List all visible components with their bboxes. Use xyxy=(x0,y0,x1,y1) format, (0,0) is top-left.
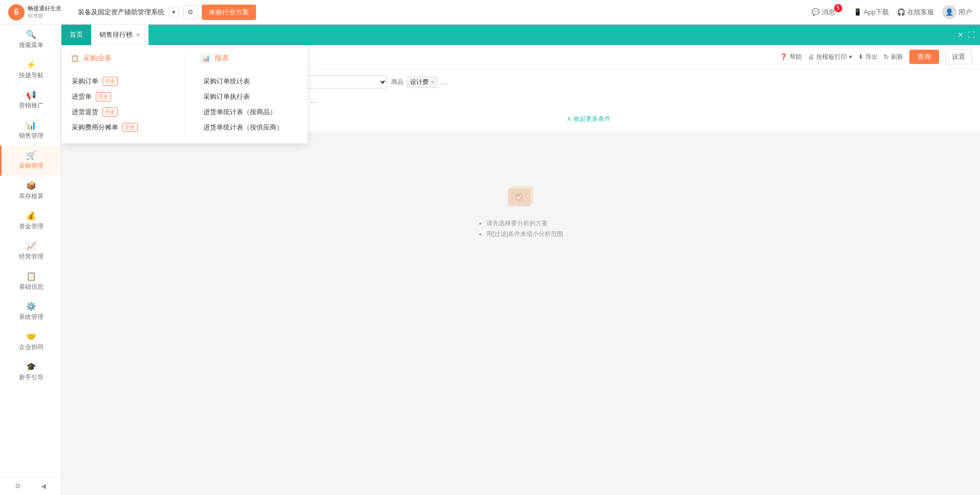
menu-item-return[interactable]: 进货退货 历史 xyxy=(70,104,168,120)
online-service-btn[interactable]: 🎧 在线客服 xyxy=(897,8,934,17)
purchase-section: 📋 采购业务 采购订单 历史 进货单 历史 进货退货 历史 采购费用分摊单 历史 xyxy=(70,53,168,135)
sidebar: 🔍 搜索菜单 ⚡ 快捷导航 📢 营销推广 📊 销售管理 🛒 采购管理 📦 库存核… xyxy=(0,25,61,495)
logo-sub: 标准版 xyxy=(28,12,61,19)
history-badge-3: 历史 xyxy=(102,107,118,117)
tab-fullscreen-icon[interactable]: ⛶ xyxy=(968,31,975,39)
menu-item-purchase-order[interactable]: 采购订单 历史 xyxy=(70,74,168,89)
marketing-icon: 📢 xyxy=(26,90,36,100)
collapse-btn[interactable]: ∧ 收起更多条件 xyxy=(567,115,610,123)
export-btn[interactable]: ⬇ 导出 xyxy=(858,53,878,61)
tab-home[interactable]: 首页 xyxy=(61,25,91,45)
tab-home-label: 首页 xyxy=(70,30,83,39)
settings-btn-page[interactable]: 设置 xyxy=(945,49,972,64)
user-btn[interactable]: 👤 用户 xyxy=(942,5,972,19)
collapse-up-icon: ∧ xyxy=(567,115,571,122)
export-icon: ⬇ xyxy=(858,53,863,60)
search-icon: 🔍 xyxy=(26,30,36,39)
sidebar-item-system[interactable]: ⚙️ 系统管理 xyxy=(0,296,61,327)
message-btn[interactable]: 💬 消息 5 xyxy=(812,8,845,17)
tab-bar: 首页 销售排行榜 ✕ ✕ ⛶ xyxy=(61,25,980,45)
menu-divider xyxy=(184,53,185,135)
help-icon: ❓ xyxy=(780,53,787,60)
receive-label: 进货单 xyxy=(72,92,92,101)
settings-gear-btn[interactable]: ⚙ xyxy=(183,5,198,19)
sidebar-item-marketing[interactable]: 📢 营销推广 xyxy=(0,85,61,115)
avatar: 👤 xyxy=(942,5,956,19)
phone-icon: 📱 xyxy=(854,8,862,16)
sidebar-label-enterprise: 企业协同 xyxy=(19,343,44,352)
header-middle: 装备及固定资产辅助管理系统 ▾ ⚙ 体验行业方案 xyxy=(70,5,812,20)
goods-tag-close[interactable]: × xyxy=(431,79,434,85)
sidebar-settings-icon[interactable]: ⚙ xyxy=(15,482,21,490)
sidebar-label-marketing: 营销推广 xyxy=(19,101,44,110)
sidebar-label-newbie: 新手引导 xyxy=(19,373,44,382)
sidebar-item-search[interactable]: 🔍 搜索菜单 xyxy=(0,25,61,55)
sales-icon: 📊 xyxy=(26,120,36,130)
enterprise-icon: 🤝 xyxy=(26,332,36,341)
refresh-icon: ↻ xyxy=(884,53,889,60)
sidebar-item-quick-nav[interactable]: ⚡ 快捷导航 xyxy=(0,55,61,85)
purchase-section-icon: 📋 xyxy=(70,53,80,63)
basic-icon: 📋 xyxy=(26,271,36,281)
report-section-icon: 📊 xyxy=(201,53,211,63)
sidebar-item-operation[interactable]: 📈 经营管理 xyxy=(0,236,61,266)
quick-nav-icon: ⚡ xyxy=(26,60,36,70)
sidebar-item-newbie[interactable]: 🎓 新手引导 xyxy=(0,357,61,387)
logo-text: 畅捷通好生意 xyxy=(28,5,61,12)
empty-tip-1: 请先选择要分析的方案 xyxy=(486,219,564,228)
sidebar-label-inventory: 库存核算 xyxy=(19,192,44,201)
finance-icon: 💰 xyxy=(26,211,36,221)
query-btn[interactable]: 查询 xyxy=(909,50,939,64)
tab-close-icon[interactable]: ✕ xyxy=(136,32,140,38)
app-download-btn[interactable]: 📱 App下载 xyxy=(854,8,889,17)
menu-item-order-stats[interactable]: 采购订单统计表 xyxy=(201,74,300,89)
menu-item-receive-stats-goods[interactable]: 进货单统计表（按商品） xyxy=(201,104,300,120)
menu-item-order-exec[interactable]: 采购订单执行表 xyxy=(201,89,300,104)
goods-dots-btn[interactable]: ... xyxy=(441,77,448,87)
history-badge-2: 历史 xyxy=(96,92,111,101)
top-header: 6 畅捷通好生意 标准版 装备及固定资产辅助管理系统 ▾ ⚙ 体验行业方案 💬 … xyxy=(0,0,980,25)
print-dropdown-icon: ▾ xyxy=(849,53,852,60)
tab-sales-rank[interactable]: 销售排行榜 ✕ xyxy=(91,25,148,45)
headset-icon: 🎧 xyxy=(897,8,905,16)
help-btn[interactable]: ❓ 帮助 xyxy=(780,53,802,61)
sidebar-item-enterprise[interactable]: 🤝 企业协同 xyxy=(0,327,61,357)
system-dropdown-btn[interactable]: ▾ xyxy=(168,7,179,17)
newbie-icon: 🎓 xyxy=(26,362,36,372)
sidebar-item-purchase[interactable]: 🛒 采购管理 xyxy=(0,145,61,176)
empty-illustration xyxy=(500,173,541,214)
operation-icon: 📈 xyxy=(26,241,36,251)
status-dropdown-icon: ▾ xyxy=(380,78,383,85)
sidebar-label-search: 搜索菜单 xyxy=(19,41,44,50)
logo-icon: 6 xyxy=(8,4,25,20)
logo-area: 6 畅捷通好生意 标准版 xyxy=(8,4,70,20)
menu-item-receive[interactable]: 进货单 历史 xyxy=(70,89,168,104)
sidebar-bottom: ⚙ ◀ xyxy=(0,477,61,495)
return-label: 进货退货 xyxy=(72,107,98,117)
purchase-dropdown-menu: 📋 采购业务 采购订单 历史 进货单 历史 进货退货 历史 采购费用分摊单 历史… xyxy=(61,45,307,143)
purchase-icon: 🛒 xyxy=(26,150,36,160)
sidebar-label-sales: 销售管理 xyxy=(19,132,44,140)
logo-text-area: 畅捷通好生意 标准版 xyxy=(28,5,61,19)
sidebar-item-inventory[interactable]: 📦 库存核算 xyxy=(0,176,61,206)
purchase-order-label: 采购订单 xyxy=(72,77,98,86)
report-section: 📊 报表 采购订单统计表 采购订单执行表 进货单统计表（按商品） 进货单统计表（… xyxy=(201,53,300,135)
menu-item-receive-stats-supplier[interactable]: 进货单统计表（按供应商） xyxy=(201,120,300,135)
sidebar-label-finance: 资金管理 xyxy=(19,222,44,231)
industry-btn[interactable]: 体验行业方案 xyxy=(202,5,256,20)
message-icon: 💬 xyxy=(812,8,820,16)
goods-tag: 设计费 × xyxy=(407,76,437,88)
menu-item-expense[interactable]: 采购费用分摊单 历史 xyxy=(70,120,168,135)
sidebar-collapse-icon[interactable]: ◀ xyxy=(41,482,46,490)
tab-sales-rank-label: 销售排行榜 xyxy=(99,30,133,39)
history-badge-1: 历史 xyxy=(102,77,118,86)
tab-close-all-icon[interactable]: ✕ xyxy=(957,31,964,39)
sidebar-item-sales[interactable]: 📊 销售管理 xyxy=(0,115,61,145)
template-print-btn[interactable]: 🖨 按模板打印 ▾ xyxy=(808,53,852,61)
message-badge: 5 xyxy=(834,4,842,12)
salesperson-dots-btn[interactable]: ... xyxy=(310,96,317,105)
refresh-btn[interactable]: ↻ 刷新 xyxy=(884,53,903,61)
sidebar-item-finance[interactable]: 💰 资金管理 xyxy=(0,206,61,236)
sidebar-item-basic[interactable]: 📋 基础信息 xyxy=(0,266,61,296)
sidebar-label-operation: 经营管理 xyxy=(19,252,44,261)
